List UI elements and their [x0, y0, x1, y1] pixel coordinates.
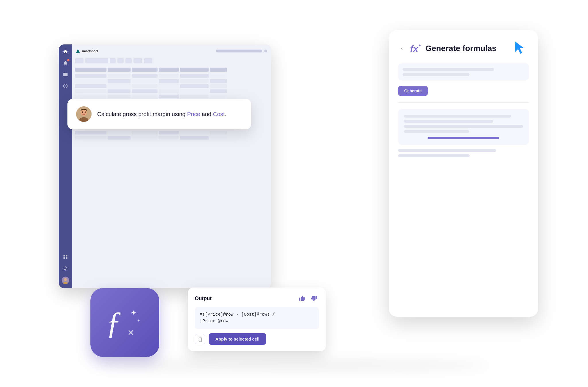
- svg-point-10: [82, 112, 83, 113]
- generate-button[interactable]: Generate: [398, 86, 428, 96]
- col-header-2: [108, 68, 131, 72]
- sidebar-icon-folder[interactable]: [62, 71, 69, 78]
- svg-text:fx: fx: [410, 44, 419, 54]
- result-line-2: [404, 120, 493, 123]
- thumbs-up-button[interactable]: [298, 294, 307, 303]
- input-area: [398, 63, 529, 81]
- sidebar-icon-bell[interactable]: [62, 60, 69, 66]
- tb-btn-7[interactable]: [144, 58, 152, 63]
- cell: [180, 79, 209, 83]
- sidebar-icon-clock[interactable]: [62, 83, 69, 89]
- sidebar-icon-home[interactable]: [62, 48, 69, 55]
- cell: [132, 79, 158, 83]
- app-window: smartsheet: [59, 44, 271, 288]
- progress-line: [428, 137, 499, 139]
- cell: [108, 95, 131, 98]
- col-header-1: [75, 68, 106, 72]
- cursor-arrow-icon: [512, 39, 529, 56]
- table-row: [75, 89, 268, 93]
- formula-line-1: =([Price]@row - [Cost]@row) /: [200, 312, 275, 317]
- output-card: Output =([Price]@row - [Cost]@row) / [Pr…: [188, 288, 326, 351]
- result-line-4: [404, 130, 469, 133]
- cell: [180, 84, 209, 88]
- apply-to-selected-cell-button[interactable]: Apply to selected cell: [209, 333, 266, 345]
- app-topbar: smartsheet: [75, 47, 268, 55]
- cell: [108, 131, 131, 134]
- cell: [108, 136, 131, 140]
- input-line-2: [403, 73, 469, 76]
- tb-btn-5[interactable]: [125, 58, 132, 63]
- cell: [75, 84, 106, 88]
- formula-text: =([Price]@row - [Cost]@row) / [Price]@ro…: [200, 312, 314, 325]
- sidebar-icon-refresh[interactable]: [62, 265, 69, 271]
- prompt-cost-highlight: Cost: [213, 111, 225, 117]
- col-header-6: [210, 68, 227, 72]
- svg-text:✦: ✦: [131, 308, 137, 317]
- thumbs-container: [298, 294, 319, 303]
- cell: [159, 136, 179, 140]
- panel-header: ‹ fx ✦ Generate formulas: [389, 30, 538, 63]
- svg-text:✦: ✦: [137, 318, 140, 323]
- table-row: [75, 131, 268, 134]
- output-label: Output: [195, 296, 212, 302]
- cell: [159, 74, 179, 78]
- user-avatar[interactable]: [62, 277, 69, 284]
- cell: [210, 79, 227, 83]
- cell: [108, 74, 131, 78]
- cell: [132, 95, 158, 98]
- svg-text:×: ×: [128, 327, 134, 339]
- formula-icon-big: ƒ × ✦ ✦: [90, 288, 159, 357]
- result-block: [398, 109, 529, 145]
- output-header: Output: [195, 294, 319, 303]
- cell: [132, 84, 158, 88]
- cell: [159, 79, 179, 83]
- col-header-3: [132, 68, 158, 72]
- tb-btn-3[interactable]: [110, 58, 116, 63]
- cell: [159, 131, 179, 134]
- cell: [108, 79, 131, 83]
- tb-btn-6[interactable]: [133, 58, 142, 63]
- cell: [159, 95, 179, 98]
- cell: [75, 136, 106, 140]
- col-header-4: [159, 68, 179, 72]
- back-button[interactable]: ‹: [398, 44, 406, 52]
- cell: [180, 89, 209, 93]
- table-row: [75, 95, 268, 98]
- tb-btn-4[interactable]: [117, 58, 124, 63]
- panel-body: Generate: [389, 63, 538, 317]
- result-line-3: [404, 125, 523, 128]
- user-prompt-avatar: [76, 106, 92, 122]
- cell: [210, 74, 227, 78]
- fx-icon: fx ✦: [410, 42, 422, 55]
- cell: [180, 136, 209, 140]
- cell: [75, 74, 106, 78]
- tb-btn-1[interactable]: [75, 58, 84, 63]
- result-line-1: [404, 115, 511, 118]
- formula-box: =([Price]@row - [Cost]@row) / [Price]@ro…: [195, 307, 319, 329]
- cell: [75, 131, 106, 134]
- cell: [132, 89, 158, 93]
- tb-btn-2[interactable]: [85, 58, 108, 63]
- table-row: [75, 74, 268, 78]
- col-header-5: [180, 68, 209, 72]
- cell: [180, 74, 209, 78]
- prompt-card: Calculate gross profit margin using Pric…: [67, 99, 251, 129]
- cell: [210, 95, 227, 98]
- cell: [210, 136, 227, 140]
- generate-formulas-panel: ‹ fx ✦ Generate formulas: [389, 30, 538, 317]
- sidebar-icon-grid[interactable]: [62, 254, 69, 260]
- cell: [132, 74, 158, 78]
- logo-text: smartsheet: [81, 49, 98, 53]
- cell: [132, 136, 158, 140]
- search-bar-placeholder: [216, 50, 262, 52]
- toolbar-row: [75, 57, 268, 64]
- divider: [398, 102, 529, 103]
- logo-mark: [76, 49, 80, 53]
- result-lines: [404, 115, 523, 133]
- thumbs-down-button[interactable]: [310, 294, 319, 303]
- cell: [210, 84, 227, 88]
- cell: [132, 131, 158, 134]
- copy-button[interactable]: [195, 334, 205, 344]
- app-logo: smartsheet: [76, 49, 98, 53]
- svg-text:✦: ✦: [418, 43, 422, 48]
